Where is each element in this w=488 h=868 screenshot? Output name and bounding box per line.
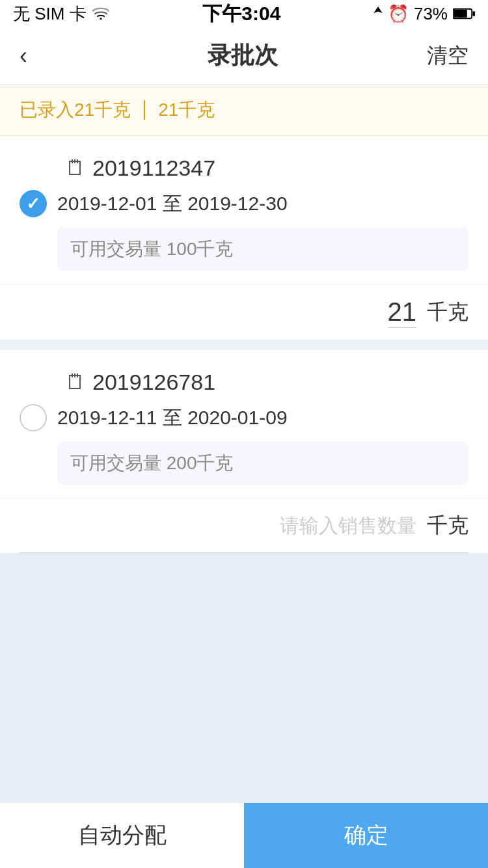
batch2-id-icon: 🗒 [65,370,86,394]
batch2-amount-row[interactable]: 请输入销售数量 千克 [0,498,488,553]
section-divider [0,340,488,350]
wifi-icon [92,4,110,24]
alarm-icon: ⏰ [388,4,409,24]
back-button[interactable]: ‹ [20,42,59,70]
recorded-value: 21千克 [158,98,215,122]
batch2-id-text: 2019126781 [92,370,215,395]
batch1-amount-value: 21 [388,297,417,327]
svg-point-0 [100,18,102,20]
batch1-id-text: 2019112347 [92,156,215,181]
svg-rect-2 [454,9,467,17]
batch2-date-text: 2019-12-11 至 2020-01-09 [57,405,288,431]
location-icon [373,4,383,24]
no-sim-label: 无 SIM 卡 [13,3,87,25]
batch2-date-row[interactable]: 2019-12-11 至 2020-01-09 [20,404,468,431]
batch-item-2: 🗒 2019126781 2019-12-11 至 2020-01-09 可用交… [0,350,488,498]
recorded-label: 已录入21千克 [20,98,131,122]
batch-item-1: 🗒 2019112347 2019-12-01 至 2019-12-30 可用交… [0,136,488,284]
batch1-date-row[interactable]: 2019-12-01 至 2019-12-30 [20,190,468,217]
batch2-input-placeholder: 请输入销售数量 [20,513,416,539]
info-bar: 已录入21千克 21千克 [0,85,488,136]
page-title: 录批次 [208,40,278,72]
batch1-id-row: 🗒 2019112347 [20,156,468,181]
batch2-radio[interactable] [20,404,47,431]
batch1-available: 可用交易量 100千克 [57,228,468,271]
batch1-amount-unit: 千克 [427,298,468,327]
status-bar: 无 SIM 卡 下午3:04 ⏰ 73% [0,0,488,27]
bottom-bar: 自动分配 确定 [0,803,488,868]
battery-text: 73% [414,4,448,24]
svg-rect-3 [472,11,475,16]
auto-distribute-button[interactable]: 自动分配 [0,803,244,868]
info-divider [144,100,145,120]
batch2-id-row: 🗒 2019126781 [20,370,468,395]
battery-icon [453,4,475,24]
batch2-input-underline [20,552,468,553]
batch1-radio[interactable] [20,190,47,217]
confirm-button[interactable]: 确定 [244,803,488,868]
batch1-amount-row: 21 千克 [0,284,488,340]
batch1-id-icon: 🗒 [65,156,86,180]
gray-area [0,553,488,813]
batch2-available: 可用交易量 200千克 [57,442,468,485]
batch1-date-text: 2019-12-01 至 2019-12-30 [57,191,288,217]
clear-button[interactable]: 清空 [427,42,468,70]
nav-bar: ‹ 录批次 清空 [0,27,488,85]
batch2-input-unit: 千克 [427,511,468,540]
status-time: 下午3:04 [202,1,280,27]
